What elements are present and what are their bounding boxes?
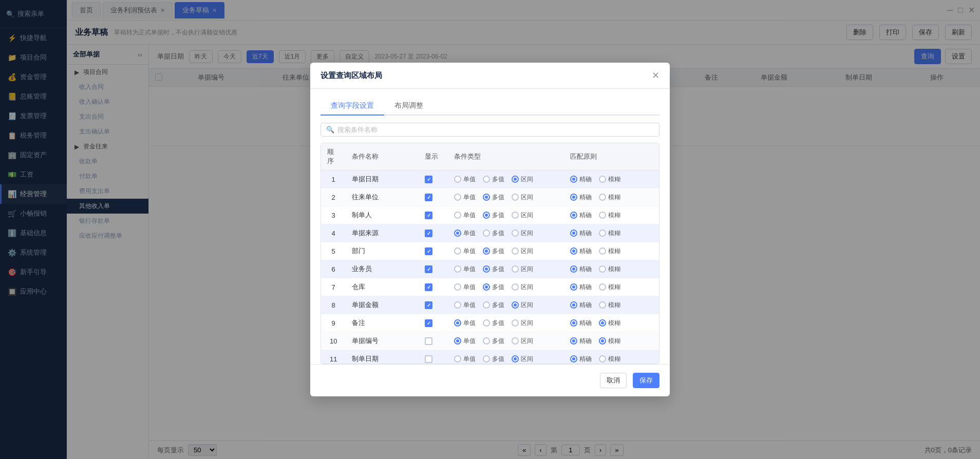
- radio-circle: [483, 355, 490, 362]
- type-radio-item[interactable]: 区间: [512, 229, 533, 238]
- match-radio-item[interactable]: 精确: [570, 211, 592, 220]
- modal-save-btn[interactable]: 保存: [633, 373, 659, 388]
- match-radio-item[interactable]: 模糊: [599, 337, 620, 346]
- type-radio-item[interactable]: 区间: [512, 211, 533, 220]
- match-radio-item[interactable]: 模糊: [599, 355, 620, 364]
- row-show: [419, 332, 448, 350]
- row-order: 11: [321, 350, 346, 365]
- modal-tab-layout[interactable]: 布局调整: [384, 97, 434, 116]
- radio-circle: [454, 319, 461, 327]
- show-checkbox[interactable]: [425, 265, 432, 273]
- show-checkbox[interactable]: [425, 301, 432, 309]
- type-radio-item[interactable]: 多值: [483, 247, 504, 256]
- modal-close-btn[interactable]: ✕: [652, 70, 659, 81]
- show-checkbox[interactable]: [425, 176, 432, 183]
- match-radio-label: 模糊: [608, 355, 620, 364]
- radio-circle: [454, 355, 461, 362]
- show-checkbox[interactable]: [425, 247, 432, 255]
- match-radio-item[interactable]: 模糊: [599, 301, 620, 310]
- type-radio-item[interactable]: 单值: [454, 337, 476, 346]
- match-radio-circle: [599, 283, 606, 291]
- modal-table-row: 7仓库单值多值区间精确模糊: [321, 278, 659, 296]
- show-checkbox[interactable]: [425, 283, 432, 291]
- type-radio-item[interactable]: 单值: [454, 193, 476, 202]
- type-radio-item[interactable]: 多值: [483, 337, 504, 346]
- match-radio-item[interactable]: 精确: [570, 283, 592, 292]
- type-radio-item[interactable]: 单值: [454, 265, 476, 274]
- type-radio-item[interactable]: 单值: [454, 211, 476, 220]
- match-radio-item[interactable]: 精确: [570, 301, 592, 310]
- type-radio-item[interactable]: 单值: [454, 175, 476, 184]
- type-radio-item[interactable]: 多值: [483, 319, 504, 328]
- modal-search-input[interactable]: [337, 126, 440, 133]
- radio-circle: [512, 337, 519, 345]
- modal-tab-field[interactable]: 查询字段设置: [321, 97, 384, 116]
- match-radio-item[interactable]: 精确: [570, 247, 592, 256]
- type-radio-item[interactable]: 多值: [483, 265, 504, 274]
- modal: 设置查询区域布局 ✕ 查询字段设置 布局调整 🔍 顺序 条件名: [310, 63, 670, 396]
- show-checkbox[interactable]: [425, 212, 432, 219]
- type-radio-item[interactable]: 单值: [454, 355, 476, 364]
- radio-label: 单值: [463, 337, 476, 346]
- match-radio-label: 精确: [579, 175, 592, 184]
- show-checkbox[interactable]: [425, 230, 432, 237]
- match-radio-item[interactable]: 精确: [570, 229, 592, 238]
- match-radio-item[interactable]: 模糊: [599, 175, 620, 184]
- row-order: 7: [321, 278, 346, 296]
- match-radio-circle: [570, 230, 577, 237]
- match-radio-item[interactable]: 精确: [570, 193, 592, 202]
- type-radio-item[interactable]: 单值: [454, 247, 476, 256]
- match-radio-item[interactable]: 精确: [570, 319, 592, 328]
- match-radio-item[interactable]: 精确: [570, 175, 592, 184]
- match-radio-item[interactable]: 模糊: [599, 211, 620, 220]
- type-radio-item[interactable]: 区间: [512, 247, 533, 256]
- type-radio-item[interactable]: 多值: [483, 301, 504, 310]
- type-radio-item[interactable]: 多值: [483, 355, 504, 364]
- row-match: 精确模糊: [564, 332, 659, 350]
- match-radio-circle: [599, 301, 606, 309]
- show-checkbox[interactable]: [425, 194, 432, 201]
- radio-circle: [454, 283, 461, 291]
- radio-circle: [512, 212, 519, 219]
- type-radio-item[interactable]: 区间: [512, 175, 533, 184]
- type-radio-item[interactable]: 多值: [483, 211, 504, 220]
- show-checkbox[interactable]: [425, 355, 432, 363]
- match-radio-item[interactable]: 模糊: [599, 319, 620, 328]
- match-radio-item[interactable]: 精确: [570, 337, 592, 346]
- type-radio-item[interactable]: 区间: [512, 355, 533, 364]
- type-radio-item[interactable]: 区间: [512, 337, 533, 346]
- match-radio-item[interactable]: 模糊: [599, 265, 620, 274]
- type-radio-item[interactable]: 多值: [483, 229, 504, 238]
- type-radio-item[interactable]: 单值: [454, 283, 476, 292]
- radio-circle: [454, 176, 461, 183]
- type-radio-item[interactable]: 区间: [512, 301, 533, 310]
- type-radio-item[interactable]: 单值: [454, 229, 476, 238]
- type-radio-item[interactable]: 区间: [512, 265, 533, 274]
- type-radio-item[interactable]: 单值: [454, 319, 476, 328]
- radio-label: 多值: [492, 337, 504, 346]
- show-checkbox[interactable]: [425, 337, 432, 345]
- match-radio-item[interactable]: 模糊: [599, 283, 620, 292]
- radio-circle: [483, 265, 490, 273]
- row-type: 单值多值区间: [448, 170, 564, 188]
- type-radio-item[interactable]: 区间: [512, 193, 533, 202]
- match-radio-item[interactable]: 精确: [570, 265, 592, 274]
- type-radio-item[interactable]: 多值: [483, 175, 504, 184]
- row-order: 1: [321, 170, 346, 188]
- type-radio-item[interactable]: 多值: [483, 193, 504, 202]
- type-radio-item[interactable]: 区间: [512, 319, 533, 328]
- row-type: 单值多值区间: [448, 188, 564, 206]
- type-radio-item[interactable]: 区间: [512, 283, 533, 292]
- match-radio-circle: [570, 355, 577, 362]
- show-checkbox[interactable]: [425, 319, 432, 327]
- type-radio-item[interactable]: 单值: [454, 301, 476, 310]
- modal-table-row: 6业务员单值多值区间精确模糊: [321, 260, 659, 278]
- type-radio-item[interactable]: 多值: [483, 283, 504, 292]
- match-radio-item[interactable]: 模糊: [599, 247, 620, 256]
- match-radio-item[interactable]: 模糊: [599, 229, 620, 238]
- match-radio-item[interactable]: 模糊: [599, 193, 620, 202]
- modal-cancel-btn[interactable]: 取消: [600, 373, 627, 388]
- match-radio-item[interactable]: 精确: [570, 355, 592, 364]
- match-radio-label: 模糊: [608, 175, 620, 184]
- match-radio-label: 精确: [579, 229, 592, 238]
